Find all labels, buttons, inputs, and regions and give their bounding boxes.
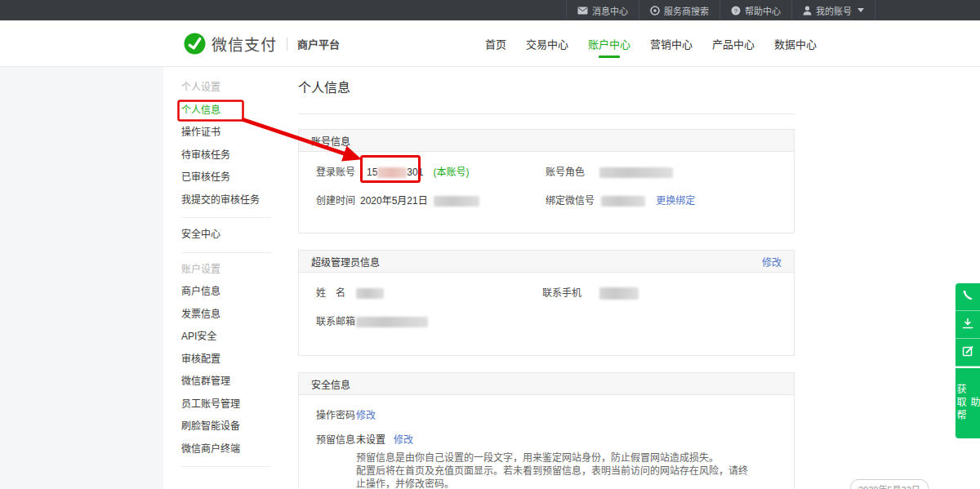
phone-icon	[962, 290, 973, 305]
title-divider	[298, 113, 795, 114]
admin-phone-value	[599, 286, 639, 300]
nav-item-home[interactable]: 首页	[483, 20, 508, 67]
sidebar-divider	[181, 217, 271, 218]
feedback-button[interactable]	[956, 339, 980, 367]
header: 微信支付 商户平台 首页 交易中心 账户中心 营销中心 产品中心 数据中心	[0, 20, 980, 67]
nav-item-marketing-center[interactable]: 营销中心	[648, 20, 694, 67]
admin-edit-link[interactable]: 修改	[762, 255, 782, 269]
current-account-note: (本账号)	[433, 167, 469, 178]
sidebar-item-wechat-group-management[interactable]: 微信群管理	[163, 371, 282, 393]
sidebar-item-merchant-info[interactable]: 商户信息	[163, 281, 282, 304]
redacted-email	[356, 317, 428, 327]
left-gray-panel	[0, 67, 163, 489]
password-edit-link[interactable]: 修改	[356, 408, 376, 423]
help-icon: ?	[731, 6, 741, 16]
nav-item-data-center[interactable]: 数据中心	[773, 20, 818, 67]
reserved-info-status: 未设置	[356, 433, 385, 447]
account-info-body: 登录账号 15301(本账号) 账号角色 创建时间 2020年5月21日 绑定微…	[299, 152, 794, 222]
account-info-title: 账号信息	[311, 134, 350, 148]
sidebar-item-wechat-merchant-terminal[interactable]: 微信商户终端	[163, 438, 282, 461]
topbar-item-my-account[interactable]: 我的账号	[792, 0, 875, 20]
topbar-items: 消息中心 服务商搜索 ? 帮助中心 我的账号	[566, 0, 875, 20]
brand-name: 微信支付	[212, 33, 277, 55]
topbar-item-label: 帮助中心	[745, 4, 781, 17]
download-button[interactable]	[956, 311, 980, 339]
security-info-title: 安全信息	[311, 377, 350, 391]
svg-text:?: ?	[734, 7, 738, 15]
sidebar: 个人设置 个人信息 操作证书 待审核任务 已审核任务 我提交的审核任务 安全中心…	[163, 67, 282, 489]
account-info-header: 账号信息	[299, 130, 794, 152]
security-info-section: 安全信息 操作密码 修改 预留信息 未设置 修改 预留信息是由你自己设置的一段文…	[298, 372, 795, 489]
brand: 微信支付 商户平台	[184, 20, 340, 67]
security-info-header: 安全信息	[299, 373, 794, 395]
sidebar-item-review-config[interactable]: 审核配置	[163, 349, 282, 371]
get-help-button[interactable]: 获取帮助	[956, 368, 980, 438]
redacted-login-middle	[377, 167, 407, 178]
created-date-text: 2020年5月21日	[360, 195, 428, 207]
admin-name-label: 姓 名	[316, 286, 345, 300]
topbar-item-label: 服务商搜索	[664, 4, 709, 17]
admin-phone-label: 联系手机	[542, 286, 581, 300]
operation-password-row: 操作密码 修改	[299, 408, 794, 433]
sidebar-item-security-center[interactable]: 安全中心	[163, 224, 282, 247]
account-role-label: 账号角色	[546, 165, 585, 180]
created-time-value: 2020年5月21日	[360, 193, 479, 208]
login-account-value: 15301(本账号)	[367, 165, 469, 180]
reserved-edit-link[interactable]: 修改	[394, 433, 413, 447]
floating-help-widget: 获取帮助	[956, 283, 980, 438]
security-info-body: 操作密码 修改 预留信息 未设置 修改 预留信息是由你自己设置的一段文字，用来鉴…	[299, 395, 794, 489]
admin-email-row: 联系邮箱	[299, 314, 794, 343]
topbar: 消息中心 服务商搜索 ? 帮助中心 我的账号	[0, 0, 980, 20]
redacted-name	[356, 288, 384, 299]
page: 消息中心 服务商搜索 ? 帮助中心 我的账号	[0, 0, 980, 489]
admin-email-label: 联系邮箱	[316, 314, 355, 329]
main-nav: 首页 交易中心 账户中心 营销中心 产品中心 数据中心	[483, 20, 818, 67]
login-account-suffix: 301	[407, 167, 423, 178]
search-icon	[650, 6, 660, 16]
sidebar-item-operation-certificate[interactable]: 操作证书	[163, 122, 282, 144]
redacted-phone	[599, 287, 639, 300]
topbar-item-message-center[interactable]: 消息中心	[566, 0, 639, 20]
feedback-icon	[962, 345, 973, 360]
sidebar-item-face-smart-device[interactable]: 刷脸智能设备	[163, 416, 282, 438]
reserved-info-label: 预留信息	[316, 433, 355, 447]
bound-wechat-value: 更换绑定	[601, 193, 695, 208]
topbar-item-provider-search[interactable]: 服务商搜索	[639, 0, 720, 20]
sidebar-item-reviewed-tasks[interactable]: 已审核任务	[163, 167, 282, 189]
sidebar-item-pending-review-tasks[interactable]: 待审核任务	[163, 144, 282, 167]
admin-name-value	[356, 286, 384, 300]
topbar-item-help-center[interactable]: ? 帮助中心	[720, 0, 792, 20]
redacted-created-time	[434, 196, 479, 207]
sidebar-group-account-settings: 账户设置	[163, 259, 282, 282]
created-time-label: 创建时间	[316, 193, 355, 208]
sidebar-item-invoice-info[interactable]: 发票信息	[163, 304, 282, 327]
chevron-down-icon	[858, 8, 864, 12]
login-account-prefix: 15	[367, 167, 377, 178]
nav-item-transaction-center[interactable]: 交易中心	[524, 20, 570, 67]
admin-email-value	[356, 314, 428, 329]
sidebar-divider	[181, 466, 271, 467]
topbar-item-label: 消息中心	[592, 4, 628, 17]
rebind-link[interactable]: 更换绑定	[656, 195, 695, 207]
created-time-row: 创建时间 2020年5月21日 绑定微信号 更换绑定	[299, 193, 794, 222]
nav-item-account-center[interactable]: 账户中心	[586, 20, 632, 67]
redacted-wechat-id	[601, 196, 645, 207]
nav-item-product-center[interactable]: 产品中心	[710, 20, 756, 67]
bound-wechat-label: 绑定微信号	[546, 193, 595, 208]
wechat-pay-logo-icon	[184, 33, 206, 55]
sidebar-item-personal-info[interactable]: 个人信息	[163, 100, 282, 122]
download-icon	[962, 318, 973, 332]
account-info-section: 账号信息 登录账号 15301(本账号) 账号角色 创建时间 2020年5月21…	[298, 129, 795, 233]
reserved-info-row: 预留信息 未设置 修改	[299, 433, 794, 449]
phone-contact-button[interactable]	[956, 283, 980, 311]
sidebar-item-my-submitted-tasks[interactable]: 我提交的审核任务	[163, 189, 282, 212]
admin-info-body: 姓 名 联系手机 联系邮箱	[299, 273, 794, 343]
portal-name: 商户平台	[297, 36, 340, 51]
page-title: 个人信息	[298, 77, 980, 96]
sidebar-divider	[181, 252, 271, 253]
redacted-role	[599, 167, 673, 178]
sidebar-item-staff-account-management[interactable]: 员工账号管理	[163, 393, 282, 416]
login-account-row: 登录账号 15301(本账号) 账号角色	[299, 165, 794, 193]
operation-password-label: 操作密码	[316, 408, 355, 423]
sidebar-item-api-security[interactable]: API安全	[163, 326, 282, 349]
